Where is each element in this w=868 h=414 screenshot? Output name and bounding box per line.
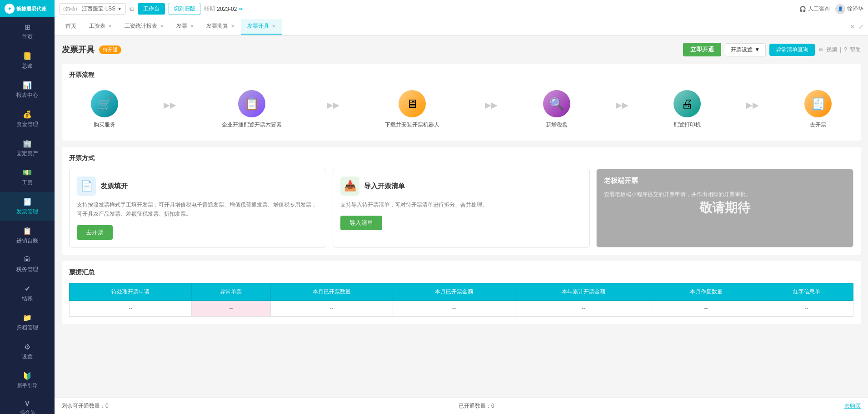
step-issue-invoice[interactable]: 🧾 去开票 xyxy=(804,90,832,129)
service-button[interactable]: 🎧 人工咨询 xyxy=(799,5,830,13)
sidebar-item-settings[interactable]: ⚙ 设置 xyxy=(0,337,55,366)
step-enterprise-config[interactable]: 📋 企业开通配置开票六要素 xyxy=(222,90,282,129)
sidebar-item-member[interactable]: V 畅会员 xyxy=(0,394,55,414)
opened-quota: 已开通数量：0 xyxy=(459,402,494,410)
summary-col-0: 待处理开票申请 xyxy=(70,283,192,300)
abnormal-query-button[interactable]: 异常清单查询 xyxy=(769,44,815,56)
tab-close-icon[interactable]: ✕ xyxy=(160,24,164,29)
summary-data-row: -- -- -- -- -- -- -- xyxy=(70,300,853,316)
view-icons: ⚙ 视频 | ? 帮助 xyxy=(818,46,861,54)
tab-label: 工资表 xyxy=(89,22,105,30)
tab-close-icon[interactable]: ✕ xyxy=(190,24,194,29)
tab-label: 发票开具 xyxy=(247,22,269,30)
company-selector[interactable]: (勿动） 江西服宝-LSS ▼ xyxy=(59,3,126,15)
status-badge: 待开通 xyxy=(99,45,121,54)
manual-issue-button[interactable]: 去开票 xyxy=(77,225,113,240)
service-label: 人工咨询 xyxy=(808,5,830,13)
step-download-robot[interactable]: 🖥 下载并安装开票机器人 xyxy=(385,90,439,129)
method-card-import-header: 📥 导入开票清单 xyxy=(340,177,582,196)
step-buy-service[interactable]: 🛒 购买服务 xyxy=(91,90,118,129)
sidebar-item-settlement[interactable]: ✔ 结账 xyxy=(0,279,55,308)
page-title-actions: 立即开通 开票设置 ▼ 异常清单查询 ⚙ 视频 | ? 帮助 xyxy=(683,43,861,56)
step-icon-printer: 🖨 xyxy=(673,90,701,117)
reports-icon: 📊 xyxy=(23,81,32,90)
sidebar-item-invoice[interactable]: 🧾 发票管理 xyxy=(0,192,55,221)
member-icon: V xyxy=(25,400,29,407)
copy-icon[interactable]: ⧉ xyxy=(130,5,134,13)
step-icon-taxdisk: 🔍 xyxy=(543,90,570,117)
sidebar-item-payroll[interactable]: 💵 工资 xyxy=(0,163,55,192)
period-value: 2023-02 xyxy=(217,6,237,12)
tab-close-all-icon[interactable]: ✕ xyxy=(850,23,855,30)
tab-salary-table[interactable]: 工资表 ✕ xyxy=(83,19,118,35)
workspace-button[interactable]: 工作台 xyxy=(138,3,165,15)
tabbar-actions: ✕ ⤢ xyxy=(850,23,863,30)
user-area[interactable]: 👤 徐泽华 xyxy=(835,4,863,14)
step-label-issue: 去开票 xyxy=(810,121,826,129)
coming-soon-overlay: 敬请期待 xyxy=(597,169,853,247)
period-edit-icon[interactable]: ✏ xyxy=(239,6,243,12)
summary-col-2: 本月已开票数量 xyxy=(270,283,393,300)
logo-text: 畅捷通易代账 xyxy=(16,5,46,12)
invoice-icon: 🧾 xyxy=(23,197,32,206)
immediate-open-button[interactable]: 立即开通 xyxy=(683,43,721,56)
divider: | xyxy=(840,46,841,53)
method-card-manual-desc: 支持按照发票样式手工填开发票；可开具增值税电子普通发票、增值税普通发票、增值税专… xyxy=(77,200,319,219)
sidebar-item-funds[interactable]: 💰 资金管理 xyxy=(0,105,55,134)
method-card-manual-header: 📄 发票填开 xyxy=(77,177,319,196)
tab-close-icon[interactable]: ✕ xyxy=(108,24,112,29)
sidebar-item-purchase-sale[interactable]: 📋 进销台账 xyxy=(0,221,55,250)
summary-cell-3: -- xyxy=(393,300,515,316)
invoice-methods-title: 开票方式 xyxy=(69,154,853,162)
assets-icon: 🏢 xyxy=(23,139,32,148)
sidebar-item-tax[interactable]: 🏛 税务管理 xyxy=(0,250,55,279)
tab-invoice[interactable]: 发票 ✕ xyxy=(170,19,200,35)
step-config-printer[interactable]: 🖨 配置打印机 xyxy=(673,90,701,129)
sidebar-item-reports[interactable]: 📊 报表中心 xyxy=(0,76,55,105)
summary-title: 票据汇总 xyxy=(69,268,853,277)
sidebar-item-home[interactable]: ⊞ 首页 xyxy=(0,17,55,46)
method-card-manual: 📄 发票填开 支持按照发票样式手工填开发票；可开具增值税电子普通发票、增值税普通… xyxy=(69,169,326,247)
open-settings-button[interactable]: 开票设置 ▼ xyxy=(725,43,766,56)
funds-icon: 💰 xyxy=(23,110,32,119)
sidebar-logo: ✦ 畅捷通易代账 xyxy=(0,0,55,17)
topbar-right: 🎧 人工咨询 👤 徐泽华 xyxy=(799,4,863,14)
sidebar-item-guide[interactable]: 🔰 新手引导 xyxy=(0,366,55,394)
process-section-title: 开票流程 xyxy=(69,71,853,79)
tab-maximize-icon[interactable]: ⤢ xyxy=(858,23,863,30)
sidebar-item-assets[interactable]: 🏢 固定资产 xyxy=(0,134,55,163)
purchase-sale-icon: 📋 xyxy=(23,227,32,235)
tab-close-icon[interactable]: ✕ xyxy=(272,24,275,29)
step-add-taxdisk[interactable]: 🔍 新增税盘 xyxy=(543,90,570,129)
step-label-taxdisk: 新增税盘 xyxy=(546,121,568,129)
coming-soon-text: 敬请期待 xyxy=(699,199,750,217)
tab-invoice-issue[interactable]: 发票开具 ✕ xyxy=(241,19,282,35)
goto-buy-link[interactable]: 去购买 xyxy=(844,402,861,410)
step-arrow-2: ▶▶ xyxy=(327,100,339,119)
tab-salary-report[interactable]: 工资统计报表 ✕ xyxy=(118,19,170,35)
step-icon-enterprise: 📋 xyxy=(238,90,265,117)
tab-label: 发票测算 xyxy=(206,22,228,30)
import-list-button[interactable]: 导入清单 xyxy=(340,216,382,230)
settings-circle-icon: ⚙ xyxy=(818,46,823,53)
tab-home[interactable]: 首页 xyxy=(59,19,83,35)
summary-cell-6: -- xyxy=(760,300,853,316)
tab-label: 发票 xyxy=(176,22,187,30)
summary-col-3: 本月已开票金额 xyxy=(393,283,515,300)
tab-close-icon[interactable]: ✕ xyxy=(231,24,234,29)
sidebar-item-label: 报表中心 xyxy=(16,91,38,99)
method-card-boss: 老板端开票 查看老板端小程序提交的开票申请，并作出相应的开票审批。 敬请期待 xyxy=(596,169,853,247)
retro-button[interactable]: 切到旧版 xyxy=(169,3,200,15)
sidebar-item-label: 新手引导 xyxy=(17,382,37,389)
method-card-import: 📥 导入开票清单 支持导入待开票清单，可对待开票清单进行拆分、合并处理。 导入清… xyxy=(333,169,590,247)
page-title: 发票开具 xyxy=(62,44,95,55)
logo-icon: ✦ xyxy=(5,4,15,14)
sidebar-item-label: 发票管理 xyxy=(16,208,38,216)
sidebar: ✦ 畅捷通易代账 ⊞ 首页 📒 总账 📊 报表中心 💰 资金管理 🏢 固定资产 … xyxy=(0,0,55,414)
sidebar-item-ledger[interactable]: 📒 总账 xyxy=(0,46,55,76)
tab-invoice-calc[interactable]: 发票测算 ✕ xyxy=(200,19,241,35)
user-name: 徐泽华 xyxy=(847,5,863,13)
help-label: 帮助 xyxy=(850,46,861,54)
page-title-area: 发票开具 待开通 立即开通 开票设置 ▼ 异常清单查询 ⚙ 视频 | ? 帮助 xyxy=(62,43,861,56)
sidebar-item-archive[interactable]: 📁 归档管理 xyxy=(0,308,55,337)
